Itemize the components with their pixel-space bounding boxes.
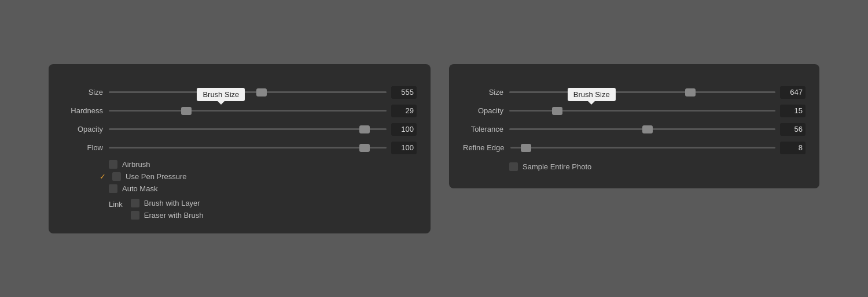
brush-link-section: LinkBrush with LayerEraser with Brush [62, 199, 417, 220]
slider-track-wrap: Brush Size [509, 106, 775, 116]
link-checkbox[interactable] [131, 199, 139, 207]
link-checkbox-label: Brush with Layer [144, 199, 200, 207]
slider-thumb[interactable] [359, 125, 370, 133]
checkbox[interactable] [109, 184, 117, 193]
link-checkbox-row: Brush with Layer [131, 199, 204, 207]
slider-track [109, 91, 387, 93]
slider-row-tolerance: Tolerance56 [463, 123, 806, 136]
slider-track-wrap: Brush Size [109, 106, 387, 116]
brush-settings-panel: Size555HardnessBrush Size29Opacity100Flo… [49, 64, 431, 233]
slider-track-wrap [109, 124, 387, 135]
checkbox-row: ✓Use Pen Pressure [62, 172, 417, 181]
checkbox[interactable] [112, 172, 121, 181]
slider-thumb[interactable] [256, 88, 267, 96]
slider-value[interactable]: 15 [780, 105, 806, 117]
slider-thumb[interactable] [181, 107, 192, 115]
panels-wrapper: Size555HardnessBrush Size29Opacity100Flo… [37, 53, 831, 245]
slider-label: Size [62, 88, 103, 96]
slider-row-opacity: OpacityBrush Size15 [463, 105, 806, 117]
slider-track-wrap [509, 87, 775, 98]
checkbox-row: Airbrush [62, 160, 417, 169]
checkbox-row: Sample Entire Photo [463, 162, 806, 171]
slider-value[interactable]: 100 [391, 123, 417, 136]
slider-row-size: Size555 [62, 86, 417, 99]
slider-track [109, 128, 387, 130]
slider-track-wrap [510, 143, 775, 153]
slider-track [510, 147, 775, 148]
magic-brush-sliders: Size647OpacityBrush Size15Tolerance56Ref… [463, 86, 806, 154]
slider-track [509, 91, 775, 93]
slider-label: Size [463, 88, 503, 96]
link-label: Link [109, 200, 123, 209]
slider-row-size: Size647 [463, 86, 806, 99]
link-checkbox-label: Eraser with Brush [144, 211, 204, 220]
checkbox[interactable] [509, 162, 518, 171]
slider-row-refine-edge: Refine Edge8 [463, 142, 806, 154]
slider-label: Flow [62, 143, 103, 152]
slider-label: Opacity [463, 106, 503, 115]
slider-track [109, 147, 387, 148]
checkbox-row: Auto Mask [62, 184, 417, 193]
checkbox-label: Airbrush [122, 160, 150, 169]
link-checkbox[interactable] [131, 211, 139, 220]
magic-brush-settings-panel: Size647OpacityBrush Size15Tolerance56Ref… [449, 64, 819, 188]
checkbox-label: Use Pen Pressure [126, 172, 187, 181]
slider-value[interactable]: 100 [391, 142, 417, 154]
slider-track-wrap [109, 143, 387, 153]
slider-row-hardness: HardnessBrush Size29 [62, 105, 417, 117]
brush-sliders: Size555HardnessBrush Size29Opacity100Flo… [62, 86, 417, 154]
slider-thumb[interactable] [521, 144, 531, 152]
slider-value[interactable]: 555 [391, 86, 417, 99]
slider-label: Refine Edge [463, 143, 505, 152]
slider-thumb[interactable] [642, 125, 653, 133]
slider-label: Hardness [62, 106, 103, 115]
link-checkbox-row: Eraser with Brush [131, 211, 204, 220]
checkbox[interactable] [109, 160, 117, 169]
slider-label: Tolerance [463, 125, 503, 133]
checkbox-label: Auto Mask [122, 184, 157, 193]
slider-value[interactable]: 8 [780, 142, 806, 154]
slider-thumb[interactable] [685, 88, 696, 96]
slider-track [109, 110, 387, 112]
brush-checkboxes: Airbrush✓Use Pen PressureAuto Mask [62, 160, 417, 193]
magic-brush-checkboxes: Sample Entire Photo [463, 162, 806, 171]
slider-value[interactable]: 56 [780, 123, 806, 136]
slider-row-flow: Flow100 [62, 142, 417, 154]
slider-thumb[interactable] [359, 144, 370, 152]
slider-label: Opacity [62, 125, 103, 133]
link-checkboxes: Brush with LayerEraser with Brush [131, 199, 204, 220]
slider-value[interactable]: 29 [391, 105, 417, 117]
slider-track-wrap [509, 124, 775, 135]
checkbox-label: Sample Entire Photo [523, 162, 591, 171]
slider-thumb[interactable] [552, 107, 562, 115]
checkmark-icon: ✓ [100, 173, 109, 180]
slider-row-opacity: Opacity100 [62, 123, 417, 136]
slider-track-wrap [109, 87, 387, 98]
slider-track [509, 128, 775, 130]
slider-track [509, 110, 775, 112]
slider-value[interactable]: 647 [780, 86, 806, 99]
